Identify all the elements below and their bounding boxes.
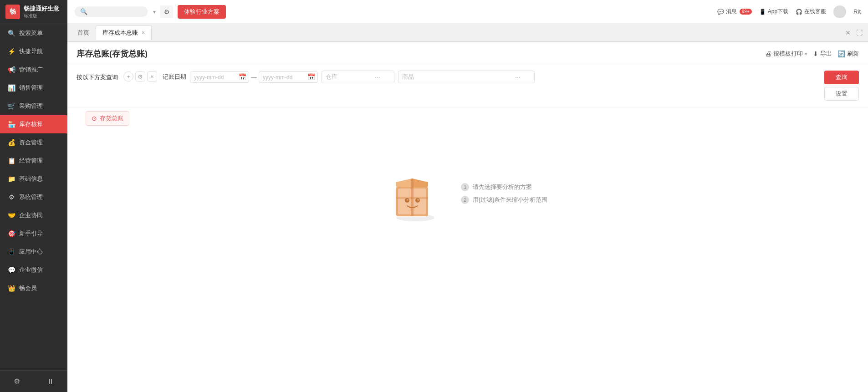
product-more-icon: ··· xyxy=(515,73,521,81)
app-download-btn[interactable]: 📱 App下载 xyxy=(759,8,788,15)
sidebar-item-apps[interactable]: 📱 应用中心 xyxy=(0,243,67,261)
sidebar-item-wechat[interactable]: 💬 企业微信 xyxy=(0,261,67,279)
date-to-wrap: yyyy-mm-dd 📅 xyxy=(259,71,318,83)
cart-icon: 🛒 xyxy=(7,102,15,110)
empty-hints: 1 请先选择要分析的方案 2 用[过滤]条件来缩小分析范围 xyxy=(461,183,547,204)
sidebar: 畅 畅捷通好生意 标准版 🔍 搜索菜单 ⚡ 快捷导航 📢 营销推广 📊 销售管理… xyxy=(0,0,67,392)
sidebar-item-cooperation[interactable]: 🤝 企业协同 xyxy=(0,206,67,224)
date-label: 记账日期 xyxy=(163,73,186,81)
sidebar-item-marketing[interactable]: 📢 营销推广 xyxy=(0,61,67,79)
crown-icon: 👑 xyxy=(7,284,15,292)
sidebar-item-system[interactable]: ⚙ 系统管理 xyxy=(0,188,67,206)
filter-add-btn[interactable]: + xyxy=(123,71,133,81)
download-icon: 📱 xyxy=(759,9,766,15)
logo-icon: 畅 xyxy=(5,5,20,19)
date-from-wrap: yyyy-mm-dd 📅 xyxy=(190,71,249,83)
logo-text: 畅捷通好生意 标准版 xyxy=(24,5,59,19)
filter-label: 按以下方案查询 xyxy=(77,71,118,81)
product-select[interactable]: 商品 ··· xyxy=(398,71,535,83)
mobile-icon: 📱 xyxy=(7,248,15,256)
tab-inventory-ledger[interactable]: 库存成本总账 × xyxy=(96,25,152,40)
empty-state: 1 请先选择要分析的方案 2 用[过滤]条件来缩小分析范围 xyxy=(67,132,868,246)
sidebar-item-basic[interactable]: 📁 基础信息 xyxy=(0,170,67,188)
target-icon: 🎯 xyxy=(7,229,15,238)
svg-marker-3 xyxy=(396,178,412,187)
filter-add-buttons: + ⚙ « xyxy=(123,71,157,81)
hint-num-1: 1 xyxy=(461,183,469,191)
filter-scheme-area: ⊙ 存货总账 xyxy=(67,107,868,126)
print-btn[interactable]: 🖨 按模板打印 ▾ xyxy=(765,50,807,58)
sidebar-item-purchase[interactable]: 🛒 采购管理 xyxy=(0,97,67,115)
date-separator: — xyxy=(251,74,257,81)
tab-expand-btn[interactable]: ⛶ xyxy=(854,28,864,37)
search-input-icon: 🔍 xyxy=(80,8,87,15)
tabbar: 首页 库存成本总账 × ✕ ⛶ xyxy=(67,24,868,42)
svg-marker-4 xyxy=(412,178,428,187)
filter-action-btns: 查询 设置 xyxy=(824,71,859,101)
tabbar-right: ✕ ⛶ xyxy=(843,28,868,37)
topbar-right: 💬 消息 99+ 📱 App下载 🎧 在线客服 Rit xyxy=(717,5,861,18)
tab-home[interactable]: 首页 xyxy=(71,25,96,40)
hint-num-2: 2 xyxy=(461,196,469,204)
settings-btn[interactable]: 设置 xyxy=(824,87,859,101)
svg-rect-6 xyxy=(396,197,428,199)
filter-collapse-btn[interactable]: « xyxy=(147,71,157,81)
sidebar-item-sales[interactable]: 📊 销售管理 xyxy=(0,79,67,97)
user-avatar[interactable] xyxy=(833,5,846,18)
sidebar-item-operations[interactable]: 📋 经营管理 xyxy=(0,152,67,170)
filter-controls: 记账日期 yyyy-mm-dd 📅 — yyyy-mm-dd xyxy=(163,71,819,83)
svg-point-9 xyxy=(407,199,408,201)
refresh-btn[interactable]: 🔄 刷新 xyxy=(837,50,859,58)
store-icon: 🏪 xyxy=(7,120,15,128)
page: 库存总账(存货总账) 🖨 按模板打印 ▾ ⬇ 导出 🔄 刷新 xyxy=(67,42,868,392)
filter-settings-btn[interactable]: ⚙ xyxy=(135,71,145,81)
sidebar-item-quick-nav[interactable]: ⚡ 快捷导航 xyxy=(0,42,67,61)
search-dropdown-btn[interactable]: ▾ xyxy=(153,9,156,15)
tab-collapse-btn[interactable]: ✕ xyxy=(843,28,853,37)
megaphone-icon: 📢 xyxy=(7,66,15,74)
gear-icon: ⚙ xyxy=(7,193,15,201)
warehouse-more-icon: ··· xyxy=(375,73,380,81)
service-icon: 🎧 xyxy=(796,9,802,15)
search-icon: 🔍 xyxy=(7,29,15,37)
scheme-icon: ⊙ xyxy=(92,115,97,122)
calendar-to-icon: 📅 xyxy=(307,73,315,81)
chart-icon: 📊 xyxy=(7,84,15,92)
sidebar-item-inventory[interactable]: 🏪 库存核算 xyxy=(0,115,67,133)
sidebar-bottom: ⚙ ⏸ xyxy=(0,370,67,392)
empty-svg xyxy=(388,168,443,223)
sidebar-item-member[interactable]: 👑 畅会员 xyxy=(0,279,67,297)
money-icon: 💰 xyxy=(7,138,15,147)
user-name: Rit xyxy=(853,8,861,15)
sidebar-item-finance[interactable]: 💰 资金管理 xyxy=(0,133,67,152)
message-badge: 99+ xyxy=(740,9,752,15)
settings-icon: ⚙ xyxy=(164,8,170,15)
export-icon: ⬇ xyxy=(813,50,818,57)
folder-icon: 📁 xyxy=(7,175,15,183)
page-title: 库存总账(存货总账) xyxy=(77,48,148,59)
app-logo: 畅 畅捷通好生意 标准版 xyxy=(0,0,67,24)
content-area: 库存总账(存货总账) 🖨 按模板打印 ▾ ⬇ 导出 🔄 刷新 xyxy=(67,42,868,392)
export-btn[interactable]: ⬇ 导出 xyxy=(813,50,832,58)
collapse-btn[interactable]: ⏸ xyxy=(43,376,58,387)
tab-close-btn[interactable]: × xyxy=(142,30,145,36)
topbar: 🔍 ▾ ⚙ 体验行业方案 💬 消息 99+ 📱 App下载 🎧 在线客服 Ri xyxy=(67,0,868,24)
query-btn[interactable]: 查询 xyxy=(824,71,859,84)
empty-illustration xyxy=(388,168,443,219)
hint-1: 1 请先选择要分析的方案 xyxy=(461,183,547,191)
industry-btn[interactable]: 体验行业方案 xyxy=(178,5,226,19)
warehouse-select[interactable]: 仓库 ··· xyxy=(322,71,394,83)
sidebar-item-guide[interactable]: 🎯 新手引导 xyxy=(0,224,67,243)
topbar-search[interactable]: 🔍 xyxy=(75,6,148,17)
online-service-btn[interactable]: 🎧 在线客服 xyxy=(796,8,826,15)
page-header-actions: 🖨 按模板打印 ▾ ⬇ 导出 🔄 刷新 xyxy=(765,50,859,58)
sidebar-nav: 🔍 搜索菜单 ⚡ 快捷导航 📢 营销推广 📊 销售管理 🛒 采购管理 🏪 库存核… xyxy=(0,24,67,370)
svg-point-10 xyxy=(417,199,419,201)
topbar-settings-btn[interactable]: ⚙ xyxy=(160,5,173,18)
message-btn[interactable]: 💬 消息 99+ xyxy=(717,8,752,15)
settings-bottom-btn[interactable]: ⚙ xyxy=(10,375,24,387)
scheme-label: 存货总账 xyxy=(100,114,123,122)
sidebar-item-search[interactable]: 🔍 搜索菜单 xyxy=(0,24,67,42)
print-dropdown-icon[interactable]: ▾ xyxy=(805,51,807,57)
print-icon: 🖨 xyxy=(765,50,771,57)
